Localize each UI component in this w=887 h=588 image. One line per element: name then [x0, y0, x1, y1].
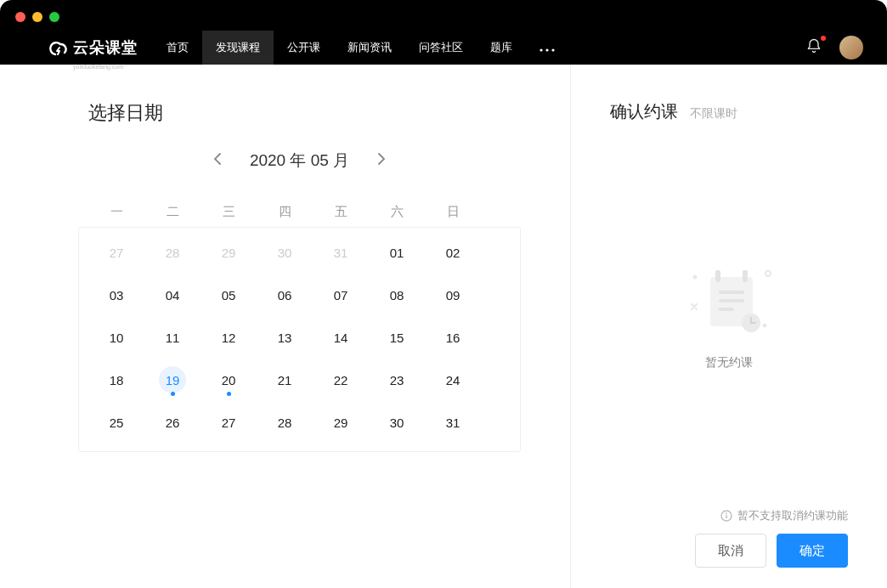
day-number: 28 [166, 246, 180, 260]
confirm-button[interactable]: 确定 [777, 534, 848, 568]
nav-item[interactable]: 发现课程 [202, 31, 274, 65]
app-window: 云朵课堂 yunduoketang.com 首页发现课程公开课新闻资讯问答社区题… [0, 0, 887, 588]
weekday-label: 三 [201, 192, 257, 231]
weekday-label: 四 [257, 192, 313, 231]
weekday-label: 五 [313, 192, 369, 231]
day-number: 29 [334, 416, 348, 430]
svg-point-3 [693, 274, 698, 279]
calendar-day[interactable]: 08 [369, 274, 425, 316]
svg-point-4 [766, 271, 771, 276]
maximize-window-icon[interactable] [49, 12, 59, 22]
calendar-day[interactable]: 27 [201, 401, 257, 444]
calendar-day[interactable]: 24 [425, 359, 481, 401]
logo[interactable]: 云朵课堂 yunduoketang.com [48, 31, 138, 65]
day-number: 22 [334, 373, 348, 387]
calendar-day[interactable]: 28 [257, 401, 313, 444]
calendar-day[interactable]: 04 [144, 274, 201, 316]
nav-item[interactable]: 问答社区 [405, 31, 477, 65]
day-number: 27 [110, 246, 124, 260]
day-number: 15 [390, 331, 404, 345]
prev-month-button[interactable] [209, 150, 226, 172]
weekday-label: 日 [425, 192, 481, 231]
calendar-day[interactable]: 11 [144, 316, 201, 359]
topbar-right [805, 36, 863, 59]
avatar[interactable] [839, 36, 863, 59]
calendar-month-title: 2020 年 05 月 [250, 150, 349, 172]
svg-point-1 [545, 48, 548, 51]
svg-rect-8 [743, 270, 748, 282]
calendar-day: 27 [88, 231, 144, 274]
calendar-day[interactable]: 29 [313, 401, 369, 444]
day-number: 19 [159, 366, 186, 393]
calendar-day: 30 [257, 231, 313, 274]
calendar-week-row: 10111213141516 [88, 316, 511, 359]
calendar-day[interactable]: 30 [369, 401, 425, 444]
confirm-subtitle: 不限课时 [690, 106, 737, 122]
calendar-week-row: 03040506070809 [88, 274, 511, 316]
calendar-day[interactable]: 12 [201, 316, 257, 359]
day-number: 24 [446, 373, 460, 387]
nav-item[interactable]: 公开课 [274, 31, 334, 65]
day-number: 30 [278, 246, 292, 260]
calendar-day[interactable]: 18 [88, 359, 144, 401]
calendar-day[interactable]: 25 [88, 401, 144, 444]
calendar-day[interactable]: 22 [313, 359, 369, 401]
calendar-day[interactable]: 16 [425, 316, 481, 359]
minimize-window-icon[interactable] [32, 12, 42, 22]
day-number: 31 [334, 246, 348, 260]
calendar-day[interactable]: 19 [144, 359, 201, 401]
cancel-button[interactable]: 取消 [695, 534, 766, 568]
calendar-day[interactable]: 13 [257, 316, 313, 359]
chevron-left-icon [212, 153, 223, 165]
calendar-day[interactable]: 03 [88, 274, 144, 316]
day-number: 10 [110, 331, 124, 345]
calendar-day[interactable]: 01 [369, 231, 425, 274]
next-month-button[interactable] [373, 150, 390, 172]
nav-item[interactable]: 首页 [153, 31, 202, 65]
svg-rect-7 [715, 270, 720, 282]
calendar-day[interactable]: 23 [369, 359, 425, 401]
calendar-day[interactable]: 02 [425, 231, 481, 274]
day-number: 18 [110, 373, 124, 387]
logo-text: 云朵课堂 [73, 37, 138, 58]
nav-more[interactable] [526, 31, 553, 65]
day-number: 26 [166, 416, 180, 430]
calendar-day[interactable]: 06 [257, 274, 313, 316]
svg-rect-9 [719, 291, 744, 294]
notification-bell[interactable] [805, 37, 822, 58]
calendar-day[interactable]: 10 [88, 316, 144, 359]
day-number: 02 [446, 246, 460, 260]
calendar-day[interactable]: 26 [144, 401, 201, 444]
nav-item[interactable]: 新闻资讯 [334, 31, 405, 65]
day-number: 13 [278, 331, 292, 345]
day-number: 30 [390, 416, 404, 430]
weekday-label: 六 [369, 192, 425, 231]
calendar-day[interactable]: 20 [201, 359, 257, 401]
calendar-day[interactable]: 14 [313, 316, 369, 359]
calendar-day[interactable]: 07 [313, 274, 369, 316]
close-window-icon[interactable] [15, 12, 25, 22]
calendar-day[interactable]: 09 [425, 274, 481, 316]
bell-icon [805, 37, 822, 54]
svg-rect-10 [719, 299, 744, 302]
day-number: 08 [390, 288, 404, 302]
calendar-day[interactable]: 31 [425, 401, 481, 444]
empty-state: 暂无约课 [610, 123, 848, 508]
confirm-panel: 确认约课 不限课时 [571, 65, 887, 588]
day-number: 27 [222, 416, 236, 430]
day-number: 09 [446, 288, 460, 302]
calendar-grid: 一二三四五六日 27282930310102030405060708091011… [88, 192, 511, 444]
calendar-day[interactable]: 21 [257, 359, 313, 401]
main-content: 选择日期 2020 年 05 月 一二三四五六日 272829303101020… [0, 65, 887, 588]
svg-point-2 [551, 48, 554, 51]
calendar-body: 2728293031010203040506070809101112131415… [88, 231, 511, 444]
calendar-day[interactable]: 15 [369, 316, 425, 359]
day-number: 12 [222, 331, 236, 345]
action-buttons: 取消 确定 [610, 534, 848, 568]
calendar-day[interactable]: 05 [201, 274, 257, 316]
day-number: 04 [166, 288, 180, 302]
calendar-weekday-row: 一二三四五六日 [88, 192, 511, 231]
nav-item[interactable]: 题库 [477, 31, 526, 65]
svg-rect-11 [719, 308, 734, 311]
day-number: 29 [222, 246, 236, 260]
